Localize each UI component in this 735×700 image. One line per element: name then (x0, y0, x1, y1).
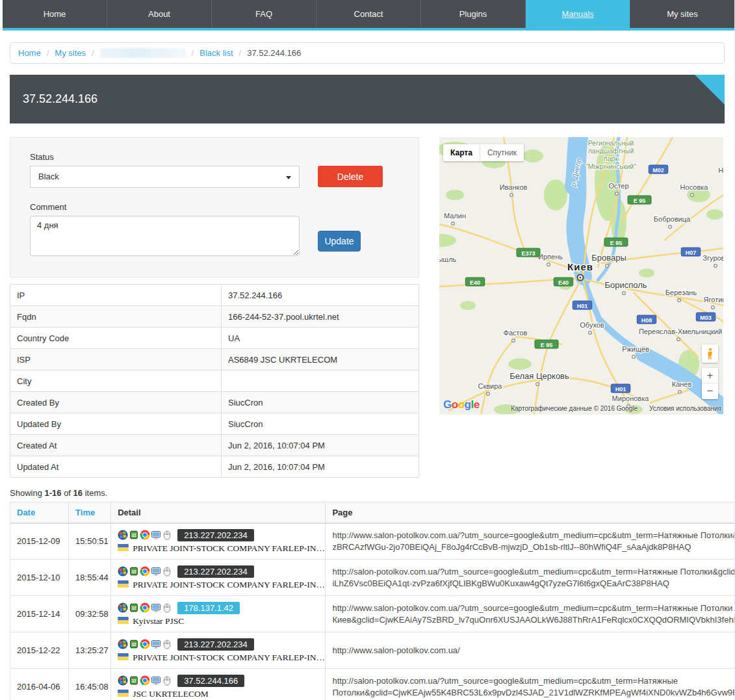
city-dot (536, 383, 539, 386)
google-logo-letter: g (465, 398, 471, 411)
detail-row: Updated BySiucCron (10, 413, 419, 435)
mouse-icon (162, 566, 172, 577)
page-url-line: http://salon-potolkov.com.ua/?utm_source… (332, 675, 735, 687)
map-button[interactable]: Карта (443, 144, 480, 161)
client-icons: 32 (118, 566, 172, 577)
page-url-line: Киев&gclid=CjwKEAiAy7SzBRD_lv7quOnr6XUSJ… (332, 614, 735, 626)
nav-tab-home[interactable]: Home (3, 0, 107, 28)
chip-32bit-icon: 32 (129, 675, 139, 686)
page-url-line: Потолки&gclid=CjwKEAjw55K4BRC53L6x9pvDzl… (332, 687, 735, 699)
update-button[interactable]: Update (318, 231, 361, 252)
detail-value: UA (222, 328, 419, 349)
breadcrumb-link-home[interactable]: Home (18, 48, 41, 58)
page-header-banner: 37.52.244.166 (10, 75, 725, 123)
detail-value (222, 370, 419, 392)
city-dot (677, 338, 680, 341)
chip-32bit-icon: 32 (129, 530, 139, 540)
chip-32bit-icon: 32 (129, 603, 139, 613)
ukraine-flag-icon (118, 616, 129, 626)
client-icons: 32 (118, 530, 172, 540)
park-label: парк (604, 155, 618, 162)
page-url-line: http://www.salon-potolkov.com.ua/?utm_so… (332, 603, 735, 614)
summary-suffix: items. (83, 488, 107, 498)
cell-time: 16:45:08 (69, 669, 111, 700)
mouse-icon (162, 530, 172, 540)
breadcrumb-link-my-sites[interactable]: My sites (55, 48, 86, 58)
city-label: Яготин (704, 296, 723, 304)
pegman-button[interactable] (702, 344, 718, 363)
breadcrumb-censored-site[interactable] (100, 48, 186, 58)
terms-link[interactable]: Условия использования (649, 405, 721, 412)
nav-tab-manuals[interactable]: Manuals (526, 0, 630, 28)
nav-tab-contact[interactable]: Contact (316, 0, 421, 28)
zoom-in-button[interactable]: + (702, 368, 718, 383)
city-dot (510, 194, 513, 197)
google-logo-letter: G (443, 398, 452, 411)
satellite-button[interactable]: Спутник (480, 144, 524, 161)
road-badge-E95: E 95 (535, 340, 558, 348)
road-badge-E40: E40 (554, 278, 573, 286)
detail-row: Created AtJun 2, 2016, 10:07:04 PM (10, 435, 419, 456)
table-row: 2015-12-22 13:25:27 32213.227.202.234 PR… (10, 632, 735, 669)
google-logo[interactable]: Google (443, 398, 480, 411)
header-date[interactable]: Date (10, 502, 69, 523)
google-logo-letter: e (474, 398, 480, 411)
cell-date: 2015-12-10 (10, 560, 69, 596)
detail-label: Updated At (10, 456, 222, 478)
table-header-row: Date Time Detail Page (10, 502, 735, 523)
detail-value: 37.52.244.166 (222, 285, 419, 306)
city-label: Бобровица (654, 215, 691, 223)
chip-32bit-icon: 32 (129, 566, 139, 577)
city-dot (669, 226, 672, 229)
summary-total: 16 (73, 488, 83, 498)
mouse-icon (162, 639, 172, 649)
detail-row: ISPAS6849 JSC UKRTELECOM (10, 349, 419, 370)
cell-date: 2015-12-14 (10, 596, 69, 632)
windows-7-icon (118, 675, 128, 686)
city-dot (487, 393, 490, 396)
windows-7-icon (118, 566, 128, 577)
client-icons: 32 (118, 675, 172, 686)
park-label: "Міжрічинський" (586, 162, 636, 170)
nav-tab-faq[interactable]: FAQ (212, 0, 316, 28)
breadcrumb-separator: / (192, 48, 194, 58)
road-badge-М02: М02 (649, 165, 668, 174)
table-row: 2015-12-14 09:32:58 32178.137.1.42 Kyivs… (10, 596, 735, 632)
road-badge-E373: E373 (517, 248, 540, 257)
chrome-icon (140, 603, 150, 613)
comment-textarea[interactable] (30, 216, 300, 256)
nav-tab-about[interactable]: About (107, 0, 212, 28)
nav-tab-my-sites[interactable]: My sites (630, 0, 734, 28)
detail-value: Jun 2, 2016, 10:07:04 PM (222, 435, 419, 456)
detail-value: Jun 2, 2016, 10:07:04 PM (222, 456, 419, 478)
nav-tab-plugins[interactable]: Plugins (421, 0, 526, 28)
isp-name: PRIVATE JOINT-STOCK COMPANY FARLEP-IN… (133, 543, 325, 554)
breadcrumb-separator: / (92, 48, 94, 58)
ip-details-table: IP37.52.244.166Fqdn166-244-52-37.pool.uk… (10, 284, 419, 478)
breadcrumb-link-black-list[interactable]: Black list (200, 48, 233, 58)
detail-label: ISP (10, 349, 222, 370)
detail-row: Updated AtJun 2, 2016, 10:07:04 PM (10, 456, 419, 478)
breadcrumb-current: 37.52.244.166 (247, 48, 301, 58)
detail-value: AS6849 JSC UKRTELECOM (222, 349, 419, 370)
city-dot (712, 306, 715, 309)
header-time[interactable]: Time (69, 502, 111, 523)
city-label: Иванков (500, 183, 528, 191)
road-badge-E95: E 95 (604, 238, 628, 246)
detail-label: Fqdn (10, 306, 222, 328)
zoom-out-button[interactable]: − (702, 383, 718, 399)
status-select[interactable]: Black (30, 166, 300, 188)
chrome-icon (140, 566, 150, 577)
svg-text:32: 32 (132, 642, 137, 647)
city-dot (623, 292, 626, 295)
chrome-icon (140, 675, 150, 686)
delete-button[interactable]: Delete (318, 166, 383, 187)
city-dot (678, 299, 681, 302)
monitor-icon (151, 639, 161, 649)
svg-text:М02: М02 (652, 167, 664, 174)
google-map[interactable]: Региональныйландшафтныйпарк"Міжрічинськи… (439, 137, 723, 415)
detail-label: IP (10, 285, 222, 306)
table-row: 2016-04-06 16:45:08 3237.52.244.166 JSC … (10, 669, 735, 700)
chrome-icon (140, 639, 150, 649)
table-row: 2015-12-10 18:55:44 32213.227.202.234 PR… (10, 560, 735, 596)
